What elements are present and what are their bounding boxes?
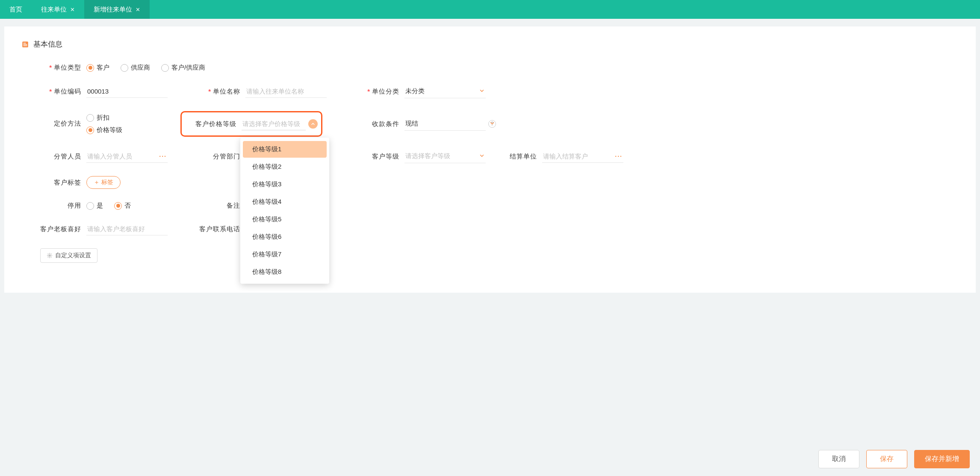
- radio-disabled-yes[interactable]: 是: [86, 202, 103, 210]
- radio-disabled-no[interactable]: 否: [114, 202, 131, 210]
- radio-pricing-pricelevel[interactable]: 价格等级: [86, 126, 122, 134]
- radio-unit-type-customer[interactable]: 客户: [86, 64, 109, 72]
- price-level-option[interactable]: 价格等级2: [243, 159, 327, 175]
- label-settlement-unit: 结算单位: [499, 153, 537, 161]
- radio-unit-type-supplier[interactable]: 供应商: [121, 64, 150, 72]
- radio-group-disabled: 是 否: [86, 202, 131, 210]
- label-remark: 备注: [180, 202, 240, 210]
- label-manager: 分管人员: [21, 153, 81, 161]
- price-level-option[interactable]: 价格等级8: [243, 264, 327, 280]
- svg-rect-2: [24, 44, 27, 45]
- label-unit-code: *单位编码: [21, 88, 81, 96]
- label-disabled: 停用: [21, 202, 81, 210]
- tab-home-label: 首页: [9, 6, 22, 14]
- add-tag-button[interactable]: ＋ 标签: [86, 176, 121, 189]
- radio-group-pricing-method: 折扣 价格等级: [86, 114, 122, 134]
- label-contact-phone: 客户联系电话: [180, 225, 240, 233]
- unit-name-input[interactable]: [245, 85, 327, 98]
- chevron-up-icon[interactable]: [308, 119, 318, 129]
- settlement-unit-input[interactable]: [542, 150, 623, 163]
- radio-pricing-discount[interactable]: 折扣: [86, 114, 109, 122]
- price-level-option[interactable]: 价格等级5: [243, 211, 327, 228]
- boss-preference-input[interactable]: [86, 223, 168, 235]
- price-level-option[interactable]: 价格等级7: [243, 246, 327, 263]
- label-receipt-terms: 收款条件: [339, 120, 399, 128]
- label-price-level: 客户价格等级: [185, 120, 236, 128]
- label-boss-preference: 客户老板喜好: [21, 225, 81, 233]
- price-level-highlight: 客户价格等级: [180, 111, 322, 137]
- unit-category-select[interactable]: 未分类: [404, 85, 486, 98]
- label-unit-name: *单位名称: [180, 88, 240, 96]
- price-level-option[interactable]: 价格等级3: [243, 176, 327, 193]
- svg-point-4: [49, 255, 50, 256]
- radio-unit-type-both[interactable]: 客户/供应商: [161, 64, 205, 72]
- close-icon[interactable]: ✕: [136, 6, 140, 13]
- customer-level-select[interactable]: 请选择客户等级: [404, 150, 486, 163]
- svg-rect-3: [24, 45, 27, 46]
- radio-group-unit-type: 客户 供应商 客户/供应商: [86, 64, 205, 72]
- tab-home[interactable]: 首页: [0, 0, 32, 19]
- gear-icon: [47, 253, 53, 259]
- tab-bar: 首页 往来单位 ✕ 新增往来单位 ✕: [0, 0, 980, 19]
- price-level-option[interactable]: 价格等级4: [243, 194, 327, 210]
- price-level-dropdown: 价格等级1价格等级2价格等级3价格等级4价格等级5价格等级6价格等级7价格等级8: [240, 138, 329, 284]
- tab-add-label: 新增往来单位: [94, 6, 132, 14]
- custom-config-button[interactable]: 自定义项设置: [40, 248, 97, 263]
- svg-rect-1: [24, 43, 26, 44]
- price-level-option[interactable]: 价格等级6: [243, 229, 327, 245]
- manager-input[interactable]: [86, 150, 168, 163]
- price-level-input[interactable]: [242, 118, 306, 130]
- tab-list[interactable]: 往来单位 ✕: [32, 0, 84, 19]
- receipt-terms-select[interactable]: 现结: [404, 117, 486, 131]
- label-customer-tag: 客户标签: [21, 179, 81, 187]
- label-customer-level: 客户等级: [339, 153, 399, 161]
- label-unit-category: *单位分类: [339, 88, 399, 96]
- label-unit-type: *单位类型: [21, 64, 81, 72]
- label-department: 分管部门: [180, 153, 240, 161]
- form-panel: 基本信息 *单位类型 客户 供应商 客户/供应商 *单位编码 *单位名称: [4, 26, 976, 293]
- help-icon[interactable]: ?: [488, 120, 496, 128]
- close-icon[interactable]: ✕: [70, 6, 75, 13]
- section-title: 基本信息: [21, 39, 959, 49]
- label-pricing-method: 定价方法: [21, 114, 81, 128]
- tab-list-label: 往来单位: [41, 6, 67, 14]
- unit-code-input[interactable]: [86, 85, 168, 98]
- form-icon: [21, 41, 29, 48]
- tab-add[interactable]: 新增往来单位 ✕: [84, 0, 150, 19]
- section-title-text: 基本信息: [33, 39, 62, 49]
- price-level-option[interactable]: 价格等级1: [243, 141, 327, 158]
